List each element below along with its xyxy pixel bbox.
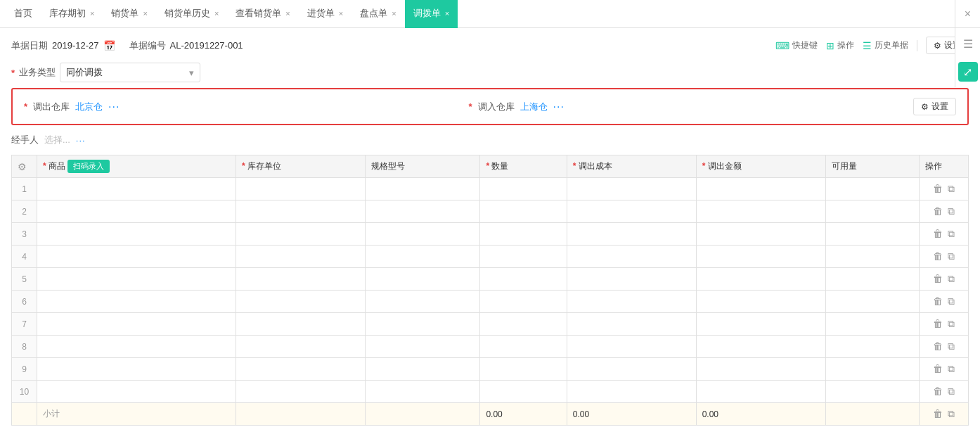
row-spec-7: [365, 313, 480, 336]
row-num-5: 5: [12, 268, 37, 291]
row-delete-8[interactable]: 🗑: [933, 340, 943, 352]
row-cost-3: [567, 223, 696, 246]
tab-sales-order[interactable]: 销货单 ×: [103, 0, 155, 28]
row-delete-5[interactable]: 🗑: [933, 273, 943, 284]
table-row: 2 🗑 ⧉: [12, 200, 969, 223]
th-amount: * 调出金额: [696, 155, 825, 178]
tab-stocktake[interactable]: 盘点单 ×: [352, 0, 404, 28]
tab-close-inventory-init[interactable]: ×: [90, 9, 94, 18]
operation-btn[interactable]: ⊞ 操作: [826, 39, 854, 51]
tab-close-purchase[interactable]: ×: [339, 9, 343, 18]
tab-home[interactable]: 首页: [6, 0, 41, 28]
row-avail-1: [825, 178, 920, 200]
subtotal-unit-cell: [236, 403, 365, 426]
business-select[interactable]: 同价调拨 ▾: [60, 63, 200, 82]
row-copy-5[interactable]: ⧉: [948, 273, 955, 284]
warehouse-section: * 调出仓库 北京仓 ··· * 调入仓库 上海仓 ··· ⚙ 设置: [11, 88, 969, 125]
row-product-5[interactable]: [37, 268, 236, 291]
row-delete-3[interactable]: 🗑: [933, 228, 943, 239]
tab-inventory-init[interactable]: 库存期初 ×: [41, 0, 103, 28]
tab-bar-close-button[interactable]: ×: [955, 0, 980, 28]
no-value: AL-20191227-001: [170, 40, 243, 51]
table-row: 6 🗑 ⧉: [12, 291, 969, 313]
row-product-6[interactable]: [37, 291, 236, 313]
row-copy-9[interactable]: ⧉: [948, 363, 955, 374]
row-qty-9: [480, 358, 567, 381]
row-delete-7[interactable]: 🗑: [933, 318, 943, 329]
subtotal-spec-cell: [365, 403, 480, 426]
row-product-3[interactable]: [37, 223, 236, 246]
transfer-in-more-btn[interactable]: ···: [553, 101, 565, 113]
row-qty-3: [480, 223, 567, 246]
row-delete-4[interactable]: 🗑: [933, 250, 943, 262]
row-copy-4[interactable]: ⧉: [948, 250, 955, 262]
row-copy-2[interactable]: ⧉: [948, 205, 955, 217]
row-copy-10[interactable]: ⧉: [948, 386, 955, 397]
row-cost-10: [567, 381, 696, 403]
row-copy-3[interactable]: ⧉: [948, 228, 955, 239]
person-more-btn[interactable]: ···: [76, 135, 86, 146]
tab-close-stocktake[interactable]: ×: [392, 9, 396, 18]
row-spec-4: [365, 246, 480, 268]
subtotal-gear-cell: [12, 403, 37, 426]
subtotal-avail-cell: [825, 403, 920, 426]
business-type-group: * 业务类型 同价调拨 ▾: [11, 63, 200, 82]
sidebar-expand-icon[interactable]: ⤢: [958, 62, 978, 82]
row-op-9: 🗑 ⧉: [920, 358, 969, 381]
row-num-9: 9: [12, 358, 37, 381]
transfer-out-more-btn[interactable]: ···: [108, 101, 120, 113]
row-delete-1[interactable]: 🗑: [933, 183, 943, 194]
subtotal-delete-icon[interactable]: 🗑: [933, 408, 943, 419]
tab-close-sales-history[interactable]: ×: [214, 9, 219, 18]
row-product-9[interactable]: [37, 358, 236, 381]
row-product-8[interactable]: [37, 336, 236, 358]
row-product-2[interactable]: [37, 200, 236, 223]
tab-transfer[interactable]: 调拨单 ×: [405, 0, 458, 28]
row-qty-7: [480, 313, 567, 336]
row-delete-6[interactable]: 🗑: [933, 295, 943, 307]
row-num-7: 7: [12, 313, 37, 336]
scan-button[interactable]: 扫码录入: [67, 160, 110, 173]
row-spec-10: [365, 381, 480, 403]
subtotal-op-cell: 🗑 ⧉: [920, 403, 969, 426]
form-header: 单据日期 2019-12-27 📅 单据编号 AL-20191227-001 ⌨…: [11, 37, 969, 54]
row-product-10[interactable]: [37, 381, 236, 403]
row-unit-3: [236, 223, 365, 246]
row-qty-4: [480, 246, 567, 268]
tab-purchase[interactable]: 进货单 ×: [299, 0, 352, 28]
tab-close-view-sales[interactable]: ×: [285, 9, 290, 18]
table-gear-icon[interactable]: ⚙: [18, 161, 27, 172]
row-product-1[interactable]: [37, 178, 236, 200]
tab-view-sales[interactable]: 查看销货单 ×: [227, 0, 298, 28]
row-op-10: 🗑 ⧉: [920, 381, 969, 403]
sidebar-list-icon[interactable]: ☰: [958, 34, 978, 53]
row-op-8: 🗑 ⧉: [920, 336, 969, 358]
history-icon: ☰: [863, 40, 872, 51]
row-op-3: 🗑 ⧉: [920, 223, 969, 246]
row-op-4: 🗑 ⧉: [920, 246, 969, 268]
tab-close-sales-order[interactable]: ×: [143, 9, 147, 18]
row-copy-8[interactable]: ⧉: [948, 340, 955, 352]
history-btn[interactable]: ☰ 历史单据: [863, 39, 908, 51]
calendar-icon[interactable]: 📅: [103, 40, 115, 51]
subtotal-copy-icon[interactable]: ⧉: [948, 408, 955, 419]
table-row: 1 🗑 ⧉: [12, 178, 969, 200]
shortcut-btn[interactable]: ⌨ 快捷键: [775, 39, 818, 51]
row-op-1: 🗑 ⧉: [920, 178, 969, 200]
row-delete-10[interactable]: 🗑: [933, 386, 943, 397]
tab-close-transfer[interactable]: ×: [445, 9, 449, 18]
row-delete-9[interactable]: 🗑: [933, 363, 943, 374]
row-copy-7[interactable]: ⧉: [948, 318, 955, 329]
person-select[interactable]: 选择...: [44, 134, 70, 146]
row-delete-2[interactable]: 🗑: [933, 205, 943, 217]
th-gear[interactable]: ⚙: [12, 155, 37, 178]
row-unit-2: [236, 200, 365, 223]
subtotal-qty-cell: 0.00: [480, 403, 567, 426]
row-avail-8: [825, 336, 920, 358]
row-copy-6[interactable]: ⧉: [948, 295, 955, 307]
row-product-7[interactable]: [37, 313, 236, 336]
row-copy-1[interactable]: ⧉: [948, 183, 955, 194]
row-product-4[interactable]: [37, 246, 236, 268]
warehouse-setting-button[interactable]: ⚙ 设置: [913, 98, 956, 115]
tab-sales-history[interactable]: 销货单历史 ×: [156, 0, 227, 28]
